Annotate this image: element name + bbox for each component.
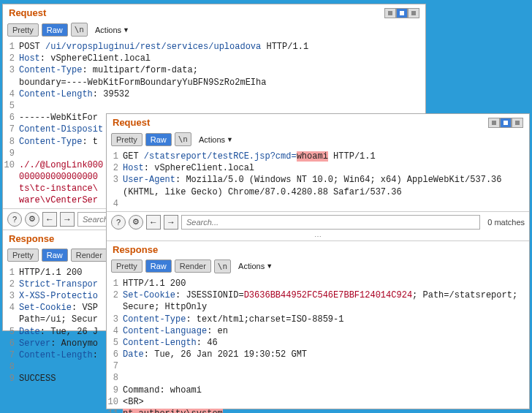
prev-button[interactable]: ← — [42, 212, 57, 227]
layout-buttons — [384, 8, 419, 18]
splitter-dots[interactable]: ⋯ — [107, 232, 529, 240]
actions-button[interactable]: Actions ▼ — [91, 24, 134, 36]
response-code[interactable]: 1HTTP/1.1 200 2Set-Cookie: JSESSIONID=D3… — [107, 276, 529, 413]
raw-button[interactable]: Raw — [145, 259, 172, 273]
newline-button[interactable]: \n — [71, 23, 88, 37]
layout-btn-3[interactable] — [512, 118, 523, 128]
next-button[interactable]: → — [60, 212, 75, 227]
raw-button[interactable]: Raw — [145, 133, 172, 146]
gear-icon[interactable]: ⚙ — [129, 215, 143, 230]
request-code[interactable]: 1GET /statsreport/testRCE.jsp?cmd=whoami… — [107, 149, 529, 211]
response-title: Response — [113, 244, 158, 255]
layout-btn-2[interactable] — [396, 8, 408, 18]
help-icon[interactable]: ? — [111, 215, 126, 230]
match-count: 0 matches — [483, 218, 525, 227]
chevron-down-icon: ▼ — [266, 262, 273, 270]
render-button[interactable]: Render — [175, 259, 211, 273]
search-input[interactable] — [181, 215, 480, 230]
newline-button[interactable]: \n — [214, 259, 231, 273]
gear-icon[interactable]: ⚙ — [25, 212, 39, 227]
request-toolbar: Pretty Raw \n Actions ▼ — [3, 21, 425, 39]
actions-button[interactable]: Actions ▼ — [194, 134, 238, 145]
response-toolbar: Pretty Raw Render \n Actions ▼ — [107, 258, 529, 276]
next-button[interactable]: → — [164, 215, 178, 230]
request-footer: ? ⚙ ← → 0 matches — [107, 211, 529, 232]
request-title: Request — [113, 117, 150, 128]
prev-button[interactable]: ← — [146, 215, 161, 230]
layout-btn-2[interactable] — [500, 118, 512, 128]
layout-btn-1[interactable] — [384, 8, 396, 18]
pretty-button[interactable]: Pretty — [111, 259, 142, 273]
layout-buttons — [488, 118, 523, 128]
render-button[interactable]: Render — [71, 249, 107, 262]
layout-btn-3[interactable] — [408, 8, 419, 18]
actions-button[interactable]: Actions ▼ — [234, 260, 277, 272]
pretty-button[interactable]: Pretty — [7, 23, 39, 37]
raw-button[interactable]: Raw — [42, 23, 68, 37]
response-title: Response — [9, 233, 54, 244]
chevron-down-icon: ▼ — [227, 136, 233, 143]
panel-exec: Request Pretty Raw \n Actions ▼ 1GET /st… — [106, 113, 530, 409]
help-icon[interactable]: ? — [7, 212, 22, 227]
request-title: Request — [9, 7, 46, 18]
newline-button[interactable]: \n — [175, 132, 191, 146]
pretty-button[interactable]: Pretty — [7, 249, 39, 262]
pretty-button[interactable]: Pretty — [111, 133, 142, 146]
raw-button[interactable]: Raw — [42, 249, 68, 262]
chevron-down-icon: ▼ — [123, 26, 129, 34]
layout-btn-1[interactable] — [488, 118, 500, 128]
request-toolbar: Pretty Raw \n Actions ▼ — [107, 131, 529, 149]
